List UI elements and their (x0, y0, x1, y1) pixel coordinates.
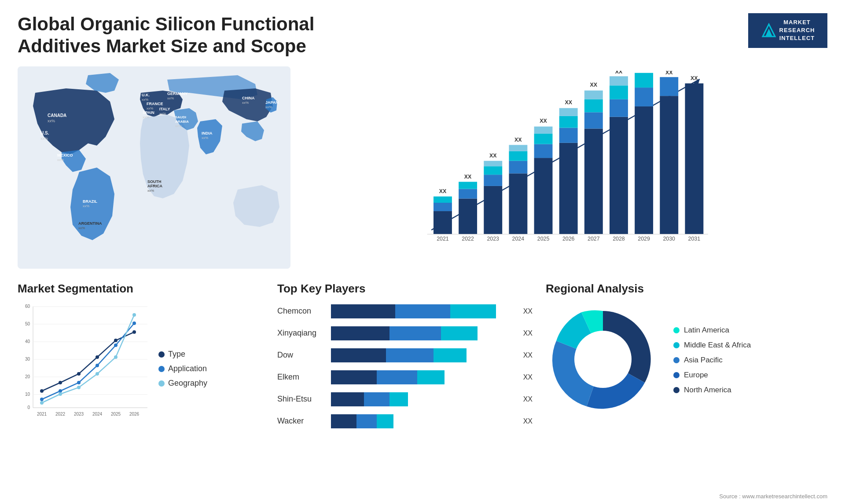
svg-rect-64 (559, 143, 578, 234)
svg-text:MEXICO: MEXICO (57, 153, 73, 157)
svg-text:xx%: xx% (159, 112, 166, 116)
svg-text:XX: XX (565, 99, 572, 106)
bar-2028: XX 2028 (610, 71, 628, 242)
svg-point-122 (40, 398, 44, 401)
svg-text:xx%: xx% (48, 119, 55, 123)
svg-text:2027: 2027 (588, 235, 600, 241)
reg-item-europe: Europe (673, 371, 751, 380)
line-chart-svg: 60 50 40 30 20 10 0 2021 2022 2023 2024 … (18, 302, 150, 425)
svg-text:XX: XX (489, 153, 497, 159)
player-bar-xinyaqiang (331, 326, 514, 340)
svg-text:XX: XX (464, 174, 472, 180)
player-row-wacker: Wacker XX (277, 414, 533, 428)
player-row-shinetsu: Shin-Etsu XX (277, 392, 533, 406)
growth-chart-svg: XX 2021 XX 2022 XX (312, 71, 819, 247)
growth-chart-container: XX 2021 XX 2022 XX (304, 66, 827, 269)
svg-rect-83 (635, 88, 653, 106)
logo-area: MARKET RESEARCH INTELLECT (748, 13, 827, 48)
svg-text:xx%: xx% (147, 106, 153, 110)
svg-text:2028: 2028 (613, 235, 625, 241)
svg-text:2029: 2029 (638, 235, 650, 241)
bar-2029: XX 2029 (635, 71, 653, 242)
mea-label: Middle East & Africa (684, 341, 751, 350)
svg-text:U.K.: U.K. (142, 93, 150, 97)
bar-2023: XX 2023 (484, 153, 502, 242)
map-svg: CANADA xx% U.S. xx% MEXICO xx% BRAZIL xx… (18, 66, 290, 269)
svg-text:60: 60 (25, 304, 30, 309)
svg-text:JAPAN: JAPAN (265, 100, 279, 105)
svg-rect-60 (534, 134, 553, 144)
player-name-xinyaqiang: Xinyaqiang (277, 329, 326, 338)
svg-text:ITALY: ITALY (159, 107, 170, 111)
north-america-label: North America (684, 386, 731, 394)
svg-text:FRANCE: FRANCE (147, 102, 163, 106)
svg-point-132 (114, 355, 118, 359)
player-name-shinetsu: Shin-Etsu (277, 394, 326, 404)
svg-point-121 (132, 330, 136, 334)
line-chart-area: 60 50 40 30 20 10 0 2021 2022 2023 2024 … (18, 302, 150, 427)
svg-point-129 (59, 392, 62, 396)
player-xx-wacker: XX (523, 417, 533, 425)
bar-2024: XX 2024 (509, 137, 527, 242)
svg-text:2025: 2025 (111, 412, 121, 416)
player-xx-elkem: XX (523, 373, 533, 381)
svg-text:2024: 2024 (512, 235, 525, 241)
svg-rect-67 (559, 108, 578, 116)
player-bar-chemcon (331, 304, 514, 318)
reg-item-mea: Middle East & Africa (673, 341, 751, 350)
svg-text:2031: 2031 (688, 235, 701, 241)
svg-text:GERMANY: GERMANY (167, 91, 187, 96)
donut-hole (574, 331, 632, 388)
svg-text:XX: XX (540, 118, 547, 124)
logo-line1: MARKET (779, 18, 815, 26)
bar-seg3 (450, 304, 496, 318)
application-label: Application (168, 364, 207, 373)
logo-line2: RESEARCH (779, 26, 815, 34)
svg-text:50: 50 (25, 321, 30, 326)
svg-text:xx%: xx% (167, 96, 174, 100)
bar-seg1 (331, 304, 395, 318)
europe-dot (673, 372, 680, 378)
player-row-elkem: Elkem XX (277, 370, 533, 384)
svg-rect-72 (584, 99, 603, 113)
world-map: CANADA xx% U.S. xx% MEXICO xx% BRAZIL xx… (18, 66, 290, 269)
svg-text:XX: XX (514, 137, 522, 143)
logo-box: MARKET RESEARCH INTELLECT (748, 13, 827, 48)
svg-rect-91 (685, 83, 703, 234)
player-bar-elkem (331, 370, 514, 384)
player-name-chemcon: Chemcon (277, 307, 326, 316)
svg-text:CHINA: CHINA (242, 96, 255, 100)
page: Global Organic Silicon Functional Additi… (0, 0, 845, 504)
bar-2026: XX 2026 (559, 99, 578, 242)
svg-text:2021: 2021 (37, 412, 47, 416)
player-bar-wacker (331, 414, 514, 428)
svg-text:INDIA: INDIA (202, 131, 213, 135)
svg-text:SOUTH: SOUTH (147, 179, 162, 184)
svg-rect-71 (584, 112, 603, 128)
svg-text:xx%: xx% (83, 204, 89, 208)
svg-rect-73 (584, 91, 603, 99)
svg-rect-55 (509, 145, 527, 151)
svg-point-124 (77, 381, 81, 384)
svg-text:ARABIA: ARABIA (175, 120, 189, 124)
svg-rect-42 (459, 189, 477, 198)
mea-dot (673, 342, 680, 348)
legend-geography: Geography (158, 379, 207, 388)
bar-2021: XX 2021 (434, 188, 452, 242)
svg-rect-84 (635, 73, 653, 88)
svg-point-116 (40, 389, 44, 393)
svg-rect-77 (610, 99, 628, 117)
reg-item-asia-pacific: Asia Pacific (673, 356, 751, 365)
application-dot (158, 366, 165, 372)
seg-content: 60 50 40 30 20 10 0 2021 2022 2023 2024 … (18, 302, 264, 427)
svg-text:10: 10 (25, 392, 30, 397)
svg-rect-52 (509, 173, 527, 234)
svg-text:2022: 2022 (462, 235, 474, 241)
svg-text:2022: 2022 (55, 412, 66, 416)
svg-rect-59 (534, 144, 553, 157)
donut-chart (546, 302, 660, 418)
bar-2031: XX 2031 (685, 75, 703, 242)
svg-text:SPAIN: SPAIN (143, 110, 154, 115)
svg-point-125 (96, 364, 99, 367)
svg-point-128 (40, 401, 44, 405)
